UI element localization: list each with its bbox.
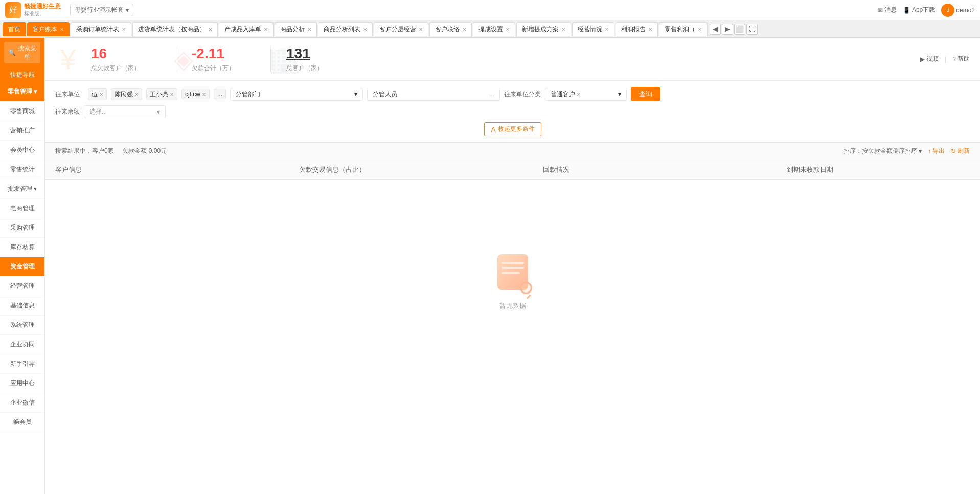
quick-nav-btn[interactable]: 快捷导航 <box>0 68 44 82</box>
sidebar-item-enterprise-collab[interactable]: 企业协同 <box>0 335 44 354</box>
sidebar-item-wholesale-mgmt-label: 批发管理 ▾ <box>8 185 37 192</box>
tab-new-promotion[interactable]: 新增提成方案 ✕ <box>516 22 571 36</box>
sidebar-item-basic-info[interactable]: 基础信息 <box>0 296 44 316</box>
tab-profit-report-label: 利润报告 <box>621 25 646 34</box>
filter-tag-cjttcw-close[interactable]: ✕ <box>202 92 206 97</box>
filter-tag-wu-close[interactable]: ✕ <box>99 92 103 97</box>
tab-operations-close[interactable]: ✕ <box>605 27 609 32</box>
app-download-btn[interactable]: 📱 App下载 <box>903 6 935 14</box>
tab-product-analysis[interactable]: 商品分析 ✕ <box>275 22 317 36</box>
filter-tag-more-label: ... <box>217 91 222 98</box>
tab-retail-profit[interactable]: 零售利润（ ✕ <box>659 22 708 36</box>
video-label: 视频 <box>926 55 939 63</box>
help-btn[interactable]: ? 帮助 <box>952 55 970 63</box>
tab-customer-tier[interactable]: 客户分层经营 ✕ <box>374 22 428 36</box>
tab-customer-contact-close[interactable]: ✕ <box>462 27 466 32</box>
tab-product-analysis-label: 商品分析 <box>280 25 305 34</box>
sidebar-item-wholesale-mgmt[interactable]: 批发管理 ▾ <box>0 179 44 199</box>
content-area: ¥ 16 总欠款客户（家） ◈ -2.11 欠款合计（万） 🏢 <box>45 38 980 494</box>
person-selector[interactable]: 分管人员 ... <box>367 88 500 101</box>
filter-tag-chen-close[interactable]: ✕ <box>134 92 139 97</box>
tab-customer-contact[interactable]: 客户联络 ✕ <box>429 22 472 36</box>
sidebar-item-enterprise-wechat[interactable]: 企业微信 <box>0 393 44 413</box>
tab-profit-report-close[interactable]: ✕ <box>648 27 652 32</box>
search-menu-label: 搜索菜单 <box>18 44 36 61</box>
category-selector[interactable]: 普通客户 ✕ ▾ <box>545 88 627 101</box>
tab-purchase-order[interactable]: 采购订单统计表 ✕ <box>71 22 131 36</box>
search-menu-button[interactable]: 🔍 搜索菜单 <box>4 42 40 63</box>
filter-tag-cjttcw-label: cjttcw <box>185 91 200 98</box>
sidebar-item-system-mgmt[interactable]: 系统管理 <box>0 316 44 335</box>
tab-promotion-settings-close[interactable]: ✕ <box>506 27 510 32</box>
tab-new-promotion-close[interactable]: ✕ <box>561 27 565 32</box>
tab-nav-prev[interactable]: ◀ <box>710 24 721 35</box>
stats-header: ¥ 16 总欠款客户（家） ◈ -2.11 欠款合计（万） 🏢 <box>45 38 980 81</box>
collapse-button[interactable]: ⋀ 收起更多条件 <box>484 122 541 136</box>
tab-promotion-settings[interactable]: 提成设置 ✕ <box>473 22 515 36</box>
store-selector[interactable]: 母婴行业演示帐套 ▾ <box>70 4 133 16</box>
tab-product-stock-close[interactable]: ✕ <box>264 27 268 32</box>
refresh-btn[interactable]: ↻ 刷新 <box>951 147 970 155</box>
col-repayment: 回款情况 <box>543 165 787 174</box>
sidebar-item-retail-mall-label: 零售商城 <box>10 107 35 115</box>
tab-customer-tier-close[interactable]: ✕ <box>419 27 423 32</box>
sidebar-item-member-center-label: 会员中心 <box>10 146 35 153</box>
tab-product-analysis-list[interactable]: 商品分析列表 ✕ <box>318 22 373 36</box>
tab-product-analysis-list-label: 商品分析列表 <box>324 25 360 34</box>
sidebar-item-member-vip[interactable]: 畅会员 <box>0 413 44 432</box>
sidebar-item-retail-mgmt[interactable]: 零售管理 ▾ <box>0 82 44 102</box>
tab-customer-account-close[interactable]: ✕ <box>60 27 64 32</box>
balance-selector[interactable]: 选择... ▾ <box>84 105 166 118</box>
tab-inventory-stats-close[interactable]: ✕ <box>208 27 212 32</box>
tab-inventory-stats-label: 进货单统计表（按商品） <box>138 25 206 34</box>
message-btn[interactable]: ✉ 消息 <box>878 6 897 14</box>
tab-product-analysis-list-close[interactable]: ✕ <box>363 27 367 32</box>
sidebar-item-retail-mall[interactable]: 零售商城 <box>0 102 44 121</box>
category-chevron-icon: ▾ <box>618 91 621 98</box>
sidebar-item-retail-stats[interactable]: 零售统计 <box>0 160 44 179</box>
tab-customer-account[interactable]: 客户账本 ✕ <box>27 22 70 36</box>
tab-retail-profit-close[interactable]: ✕ <box>698 27 702 32</box>
tab-fullscreen[interactable]: ⛶ <box>746 24 758 35</box>
tab-profit-report[interactable]: 利润报告 ✕ <box>616 22 658 36</box>
sidebar-item-member-center[interactable]: 会员中心 <box>0 141 44 160</box>
tab-purchase-order-close[interactable]: ✕ <box>122 27 126 32</box>
sidebar-item-operations-mgmt[interactable]: 经营管理 <box>0 277 44 296</box>
sidebar-item-ecommerce-mgmt[interactable]: 电商管理 <box>0 199 44 218</box>
sidebar-search-area: 🔍 搜索菜单 <box>0 38 44 68</box>
filter-tag-chen: 陈民强 ✕ <box>111 88 142 100</box>
main-layout: 🔍 搜索菜单 快捷导航 零售管理 ▾ 零售商城 营销推广 会员中心 零售统计 批… <box>0 38 980 494</box>
sidebar-item-app-center[interactable]: 应用中心 <box>0 374 44 393</box>
sidebar-item-marketing[interactable]: 营销推广 <box>0 121 44 141</box>
sidebar-item-app-center-label: 应用中心 <box>10 379 35 387</box>
tab-product-stock[interactable]: 产成品入库单 ✕ <box>219 22 274 36</box>
category-tag-close[interactable]: ✕ <box>577 92 581 97</box>
filter-tag-more[interactable]: ... <box>214 89 226 99</box>
tab-nav-next[interactable]: ▶ <box>722 24 733 35</box>
debt-amount-value: -2.11 <box>192 46 224 62</box>
tab-nav-expand[interactable]: ⬜ <box>734 24 745 35</box>
sort-btn[interactable]: 排序：按欠款金额倒序排序 ▾ <box>844 147 922 155</box>
tab-inventory-stats[interactable]: 进货单统计表（按商品） ✕ <box>132 22 218 36</box>
tab-product-analysis-close[interactable]: ✕ <box>307 27 311 32</box>
empty-doc-shape <box>497 254 528 290</box>
sidebar-item-capital-mgmt[interactable]: 资金管理 <box>0 257 44 277</box>
sidebar-item-new-user-guide[interactable]: 新手引导 <box>0 354 44 374</box>
video-btn[interactable]: ▶ 视频 <box>920 55 939 63</box>
dept-selector[interactable]: 分管部门 ▾ <box>230 88 363 101</box>
filter-tag-wang-close[interactable]: ✕ <box>170 92 174 97</box>
query-button[interactable]: 查询 <box>631 87 660 101</box>
sidebar-item-inventory-check[interactable]: 库存核算 <box>0 238 44 257</box>
sidebar-item-member-vip-label: 畅会员 <box>13 418 32 425</box>
tab-home[interactable]: 首页 <box>3 22 26 36</box>
result-actions: 排序：按欠款金额倒序排序 ▾ ↑ 导出 ↻ 刷新 <box>844 147 970 155</box>
export-btn[interactable]: ↑ 导出 <box>928 147 945 155</box>
tab-customer-tier-label: 客户分层经营 <box>379 25 416 34</box>
collapse-label: 收起更多条件 <box>498 125 535 133</box>
user-avatar-btn[interactable]: d demo2 <box>941 4 975 17</box>
sidebar-item-purchase-mgmt[interactable]: 采购管理 <box>0 218 44 238</box>
tab-operations[interactable]: 经营情况 ✕ <box>572 22 614 36</box>
stat-total-customers2-group: 🏢 131 总客户（家） <box>286 46 344 73</box>
stats-right-actions: ▶ 视频 | ? 帮助 <box>920 55 970 63</box>
balance-chevron-icon: ▾ <box>157 108 160 116</box>
